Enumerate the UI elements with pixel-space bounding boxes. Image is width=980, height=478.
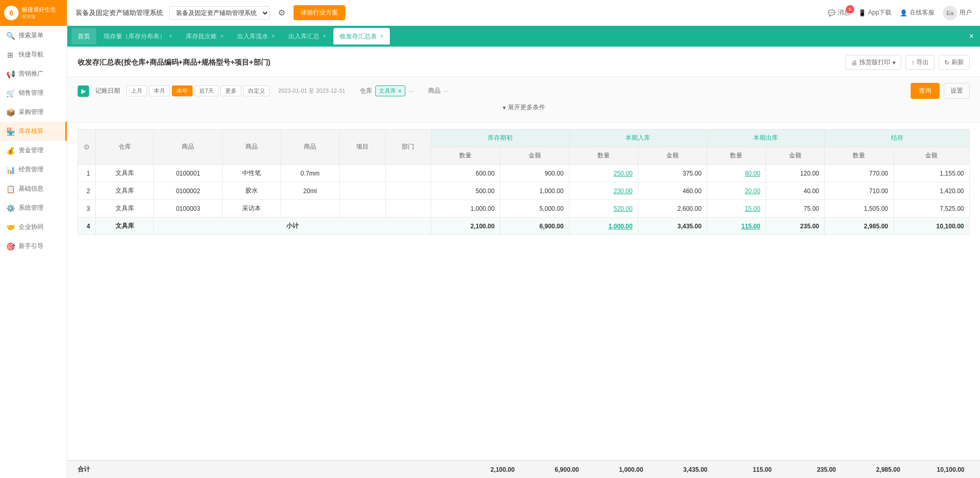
topbar-settings-button[interactable]: ⚙ [276,6,287,20]
sidebar-item-label: 采购管理 [19,108,43,117]
sidebar-item-search[interactable]: 🔍 搜索菜单 [0,26,67,45]
basic-info-icon: 📋 [6,185,14,193]
main-content: 装备及固定资产辅助管理系统 装备及固定资产辅助管理系统 ⚙ 体验行业方案 💬 消… [67,0,980,478]
subtotal-warehouse: 文具库 [96,218,154,235]
user-item[interactable]: Ea 用户 [943,6,972,20]
sidebar-item-label: 库存核算 [19,127,43,136]
col-closing-qty: 数量 [825,147,894,165]
tab-close-icon[interactable]: × [380,33,384,40]
sidebar-item-sales[interactable]: 🛒 销售管理 [0,83,67,103]
total-opening-qty: 2,100.00 [456,466,520,473]
row-department [385,200,431,218]
message-item[interactable]: 💬 消息 6 [828,8,850,17]
experience-button[interactable]: 体验行业方案 [294,5,345,20]
purchase-icon: 📦 [6,108,14,117]
row-in-amount: 375.00 [638,165,707,182]
date-btn-custom[interactable]: 自定义 [243,85,270,96]
row-out-qty[interactable]: 80.00 [707,165,766,182]
subtotal-in-amount: 3,435.00 [638,218,707,235]
system-icon: ⚙️ [6,204,14,212]
app-download-item[interactable]: 📱 App下载 [858,8,891,17]
topbar-title: 装备及固定资产辅助管理系统 [76,8,163,18]
date-btn-more[interactable]: 更多 [221,85,241,96]
subtotal-in-qty[interactable]: 1,000.00 [569,218,638,235]
row-goods-spec: 0.7mm [281,165,340,182]
total-out-amount: 235.00 [777,466,841,473]
print-icon: 🖨 [851,59,857,66]
column-settings-button[interactable]: ⚙ [83,143,90,151]
row-in-qty[interactable]: 250.00 [569,165,638,182]
query-button[interactable]: 查询 [911,83,940,99]
filter-settings-button[interactable]: 设置 [944,83,970,99]
tab-home-label: 首页 [78,32,90,41]
sidebar-item-label: 基础信息 [19,184,43,193]
row-opening-amount: 5,000.00 [500,200,569,218]
row-opening-amount: 1,000.00 [500,182,569,200]
tab-collect-summary[interactable]: 收发存汇总表 × [333,28,390,45]
date-btn-this-year[interactable]: 本年 [172,85,193,96]
tab-summary-in-out[interactable]: 出入库汇总 × [282,28,332,45]
row-out-qty[interactable]: 15.00 [707,200,766,218]
online-service-label: 在线客服 [910,8,934,17]
export-button[interactable]: ↑ 导出 [905,55,934,70]
print-button[interactable]: 🖨 拣货版打印 ▾ [845,55,901,70]
col-opening-amount: 金额 [500,147,569,165]
date-filter-label: 记账日期 [95,86,120,95]
expand-more-button[interactable]: ▾ 展开更多条件 [503,103,545,112]
row-goods-name: 中性笔 [223,165,281,182]
sales-icon: 🛒 [6,89,14,97]
sidebar-item-guide[interactable]: 🎯 新手引导 [0,237,67,256]
total-in-amount: 3,435.00 [648,466,712,473]
col-department: 部门 [385,129,431,165]
col-in-amount: 金额 [638,147,707,165]
filter-area: ▶ 记账日期 上月 本月 本年 近7天 更多 自定义 2023-01-01 至 … [67,77,980,123]
filter-expand-button[interactable]: ▶ [78,85,89,97]
row-closing-amount: 1,420.00 [894,182,969,200]
row-out-qty[interactable]: 20.00 [707,182,766,200]
tab-flow[interactable]: 出入库流水 × [231,28,281,45]
col-project: 项目 [340,129,386,165]
subtotal-out-qty[interactable]: 115.00 [707,218,766,235]
row-closing-qty: 710.00 [825,182,894,200]
sidebar-item-inventory[interactable]: 🏪 库存核算 [0,122,67,141]
date-btn-this-month[interactable]: 本月 [149,85,170,96]
col-group-out: 本期出库 [707,129,825,147]
goods-more[interactable]: ··· [444,88,449,95]
tab-close-icon[interactable]: × [169,33,172,40]
tab-inventory-dist[interactable]: 现存量（库存分布表） × [97,28,179,45]
page-header: 收发存汇总表(按仓库+商品编码+商品+规格型号+项目+部门) 🖨 拣货版打印 ▾… [67,47,980,77]
row-in-qty[interactable]: 520.00 [569,200,638,218]
sidebar-item-basic-info[interactable]: 📋 基础信息 [0,179,67,198]
date-btn-prev-month[interactable]: 上月 [126,85,147,96]
sidebar-item-marketing[interactable]: 📢 营销推广 [0,64,67,83]
sidebar-item-quick-nav[interactable]: ⊞ 快捷导航 [0,45,67,64]
date-btn-7days[interactable]: 近7天 [195,85,218,96]
subtotal-label: 小计 [154,218,431,235]
tab-label: 出入库流水 [237,32,268,41]
sidebar-item-system[interactable]: ⚙️ 系统管理 [0,198,67,218]
tab-label: 库存批次账 [186,32,217,41]
tabbar-close-button[interactable]: × [967,30,976,43]
sidebar-item-label: 营销推广 [19,69,43,78]
sidebar-item-finance[interactable]: 💰 资金管理 [0,141,67,160]
tab-close-icon[interactable]: × [271,33,275,40]
sidebar-item-operations[interactable]: 📊 经营管理 [0,160,67,179]
tab-close-icon[interactable]: × [220,33,224,40]
warehouse-tag-close[interactable]: × [398,88,402,95]
warehouse-tag[interactable]: 文具库 × [375,85,405,96]
subtotal-opening-qty: 2,100.00 [431,218,500,235]
tab-batch[interactable]: 库存批次账 × [180,28,230,45]
warehouse-more[interactable]: ··· [408,88,414,95]
refresh-button[interactable]: ↻ 刷新 [939,55,970,70]
tab-home[interactable]: 首页 [71,28,96,45]
sidebar-item-enterprise[interactable]: 🤝 企业协同 [0,218,67,237]
search-icon: 🔍 [6,32,14,40]
tab-close-icon[interactable]: × [323,33,326,40]
topbar-system-select[interactable]: 装备及固定资产辅助管理系统 [169,6,270,20]
row-in-qty[interactable]: 230.00 [569,182,638,200]
row-opening-qty: 600.00 [431,165,500,182]
user-avatar: Ea [943,6,957,20]
online-service-item[interactable]: 👤 在线客服 [900,8,934,17]
sidebar-item-purchase[interactable]: 📦 采购管理 [0,103,67,122]
col-out-qty: 数量 [707,147,766,165]
